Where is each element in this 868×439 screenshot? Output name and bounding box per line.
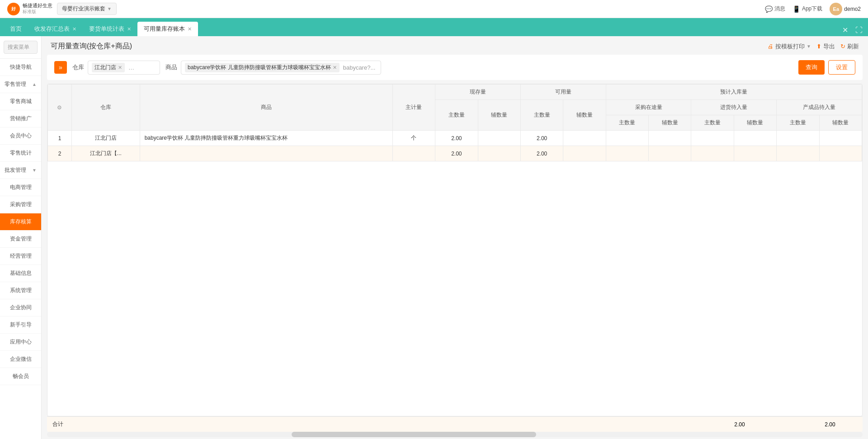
warehouse-tag-1[interactable]: 江北门店 ✕ xyxy=(92,63,125,72)
sidebar-item-retail-stats[interactable]: 零售统计 xyxy=(0,145,41,162)
header-right: 💬 消息 📱 App下载 Ea demo2 xyxy=(765,3,861,15)
table-row: 2 江北门店【... 2.00 2.00 xyxy=(48,146,862,161)
product-filter-field: 商品 babycare学饮杯 儿童防摔防撞吸管杯重力球吸嘴杯宝宝水杯 ✕ bab… xyxy=(165,61,381,75)
refresh-icon: ↻ xyxy=(840,43,845,50)
sidebar-label-ecommerce: 电商管理 xyxy=(10,184,32,190)
export-label: 导出 xyxy=(823,42,835,51)
product-filter-input[interactable]: babycare学饮杯 儿童防摔防撞吸管杯重力球吸嘴杯宝宝水杯 ✕ babyca… xyxy=(181,61,381,75)
user-menu[interactable]: Ea demo2 xyxy=(830,3,861,15)
warehouse-tag-label: 江北门店 xyxy=(94,64,116,71)
sidebar-item-new-guide[interactable]: 新手引导 xyxy=(0,316,41,334)
row-incoming-main xyxy=(691,146,734,161)
tab-home-label: 首页 xyxy=(10,25,22,33)
th-purchase-transit-group: 采购在途量 xyxy=(606,100,691,115)
tab-order-summary-close[interactable]: ✕ xyxy=(127,26,131,32)
row-incoming-aux xyxy=(734,146,776,161)
tab-available-stock-close[interactable]: ✕ xyxy=(188,26,192,32)
th-incoming-aux: 辅数量 xyxy=(734,115,776,131)
logo-area: 好 畅捷通好生意 标准版 xyxy=(7,3,52,15)
message-button[interactable]: 💬 消息 xyxy=(765,5,785,13)
tab-available-stock[interactable]: 可用量库存账本 ✕ xyxy=(137,22,198,36)
query-button[interactable]: 查询 xyxy=(798,60,825,75)
sidebar-item-purchase-mgmt[interactable]: 采购管理 xyxy=(0,196,41,213)
app-download-button[interactable]: 📱 App下载 xyxy=(793,5,822,13)
tab-receive-summary[interactable]: 收发存汇总表 ✕ xyxy=(28,22,83,36)
warehouse-tag-close[interactable]: ✕ xyxy=(118,65,122,71)
export-button[interactable]: ⬆ 导出 xyxy=(816,42,835,51)
sidebar-item-enterprise-wechat[interactable]: 企业微信 xyxy=(0,351,41,368)
close-all-tabs-button[interactable]: ✕ xyxy=(840,24,850,36)
print-template-button[interactable]: 🖨 按模板打印 ▼ xyxy=(768,42,811,51)
row-product-incoming-main xyxy=(777,131,819,146)
sidebar-label-app-center: 应用中心 xyxy=(10,339,32,345)
sidebar-label-wholesale-mgmt: 批发管理 xyxy=(5,166,26,174)
search-menu-button[interactable]: 搜索菜单 xyxy=(4,41,38,54)
th-settings[interactable]: ⚙ xyxy=(48,85,72,131)
filter-expand-button[interactable]: » xyxy=(54,61,67,74)
sidebar-item-finance[interactable]: 资金管理 xyxy=(0,231,41,248)
refresh-button[interactable]: ↻ 刷新 xyxy=(840,42,859,51)
product-more-button[interactable]: babycare?... xyxy=(341,64,377,71)
sidebar-label-enterprise-wechat: 企业微信 xyxy=(10,356,32,362)
summary-available-main: 2.00 xyxy=(803,421,857,428)
th-warehouse: 仓库 xyxy=(71,85,140,131)
row-product xyxy=(140,146,392,161)
row-purchase-transit-aux xyxy=(649,131,691,146)
sidebar-item-app-center[interactable]: 应用中心 xyxy=(0,334,41,351)
sidebar-item-ops-mgmt[interactable]: 经营管理 xyxy=(0,248,41,265)
sidebar-label-member: 畅会员 xyxy=(13,373,29,379)
sidebar-item-system-mgmt[interactable]: 系统管理 xyxy=(0,282,41,299)
store-selector[interactable]: 母婴行业演示账套 ▼ xyxy=(57,3,117,15)
sidebar-label-new-guide: 新手引导 xyxy=(10,321,32,328)
th-unit: 主计量 xyxy=(392,85,435,131)
summary-stock-main: 2.00 xyxy=(712,421,767,428)
product-tag-1[interactable]: babycare学饮杯 儿童防摔防撞吸管杯重力球吸嘴杯宝宝水杯 ✕ xyxy=(185,63,340,72)
table-row: 1 江北门店 babycare学饮杯 儿童防摔防撞吸管杯重力球吸嘴杯宝宝水杯 个… xyxy=(48,131,862,146)
sidebar-label-retail-stats: 零售统计 xyxy=(10,150,32,156)
scrollbar-thumb[interactable] xyxy=(292,432,536,437)
app-download-icon: 📱 xyxy=(793,5,800,13)
sidebar-item-member[interactable]: 畅会员 xyxy=(0,368,41,385)
sidebar-item-retail-mall[interactable]: 零售商城 xyxy=(0,93,41,110)
row-available-main: 2.00 xyxy=(520,131,563,146)
row-product-incoming-main xyxy=(777,146,819,161)
th-product: 商品 xyxy=(140,85,392,131)
row-incoming-main xyxy=(691,131,734,146)
sidebar-item-quick-nav[interactable]: 快捷导航 xyxy=(0,59,41,76)
sidebar-item-inventory[interactable]: 库存核算 xyxy=(0,213,41,231)
product-tag-close[interactable]: ✕ xyxy=(333,65,337,71)
sidebar-label-basic-info: 基础信息 xyxy=(10,270,32,276)
tab-order-summary[interactable]: 要货单统计表 ✕ xyxy=(83,22,137,36)
sidebar-item-member-center[interactable]: 会员中心 xyxy=(0,127,41,145)
sidebar-item-retail-mgmt[interactable]: 零售管理 ▲ xyxy=(0,76,41,93)
th-product-incoming-main: 主数量 xyxy=(777,115,819,131)
row-stock-main: 2.00 xyxy=(435,146,478,161)
row-product-incoming-aux xyxy=(819,131,862,146)
sidebar-item-marketing[interactable]: 营销推广 xyxy=(0,110,41,127)
settings-button[interactable]: 设置 xyxy=(828,60,855,75)
tab-home[interactable]: 首页 xyxy=(4,22,28,36)
header-left: 好 畅捷通好生意 标准版 母婴行业演示账套 ▼ xyxy=(7,3,117,15)
th-incoming-main: 主数量 xyxy=(691,115,734,131)
th-product-incoming-group: 产成品待入量 xyxy=(777,100,862,115)
warehouse-more-button[interactable]: … xyxy=(127,64,136,71)
sidebar-item-enterprise[interactable]: 企业协同 xyxy=(0,299,41,316)
top-header: 好 畅捷通好生意 标准版 母婴行业演示账套 ▼ 💬 消息 📱 App下载 Ea … xyxy=(0,0,868,18)
table-settings-icon[interactable]: ⚙ xyxy=(57,104,62,111)
row-warehouse: 江北门店 xyxy=(71,131,140,146)
sidebar-item-wholesale-mgmt[interactable]: 批发管理 ▼ xyxy=(0,162,41,179)
refresh-label: 刷新 xyxy=(847,42,859,51)
sidebar-item-basic-info[interactable]: 基础信息 xyxy=(0,265,41,282)
fullscreen-button[interactable]: ⛶ xyxy=(854,24,864,36)
sidebar-label-purchase-mgmt: 采购管理 xyxy=(10,201,32,208)
warehouse-filter-input[interactable]: 江北门店 ✕ … xyxy=(88,61,160,75)
row-stock-main: 2.00 xyxy=(435,131,478,146)
sidebar-label-retail-mgmt: 零售管理 xyxy=(5,80,26,88)
sidebar-label-inventory: 库存核算 xyxy=(10,218,32,225)
row-unit: 个 xyxy=(392,131,435,146)
print-icon: 🖨 xyxy=(768,43,774,50)
message-label: 消息 xyxy=(774,5,785,13)
horizontal-scrollbar[interactable] xyxy=(47,432,863,437)
tab-receive-summary-close[interactable]: ✕ xyxy=(72,26,76,32)
sidebar-item-ecommerce[interactable]: 电商管理 xyxy=(0,179,41,196)
